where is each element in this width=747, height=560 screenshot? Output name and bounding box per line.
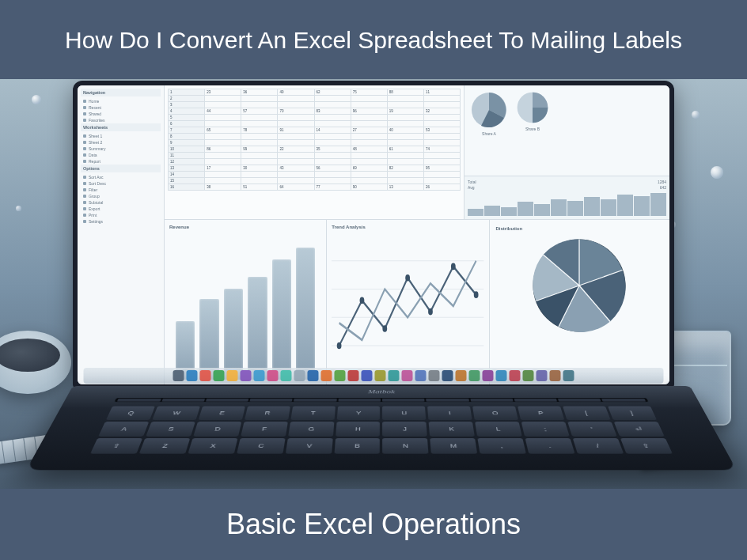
cell[interactable]: 44 — [205, 108, 241, 115]
cell[interactable]: 19 — [387, 108, 423, 115]
cell[interactable] — [423, 172, 460, 178]
cell[interactable]: 17 — [205, 165, 241, 172]
cell[interactable] — [387, 121, 423, 127]
dock-app-icon[interactable] — [214, 370, 225, 381]
cell[interactable] — [314, 140, 351, 146]
dock-app-icon[interactable] — [496, 370, 507, 381]
cell[interactable] — [387, 178, 423, 184]
cell[interactable]: 49 — [278, 89, 314, 96]
cell[interactable]: 77 — [314, 184, 351, 191]
cell[interactable] — [278, 172, 314, 178]
cell[interactable]: 3 — [169, 102, 205, 108]
cell[interactable]: 7 — [169, 127, 205, 134]
cell[interactable] — [241, 96, 278, 102]
dock-app-icon[interactable] — [200, 370, 211, 381]
cell[interactable] — [241, 102, 278, 108]
cell[interactable]: 62 — [314, 89, 351, 96]
cell[interactable]: 10 — [169, 146, 205, 153]
cell[interactable]: 6 — [169, 121, 205, 127]
cell[interactable] — [205, 96, 241, 102]
cell[interactable]: 57 — [241, 108, 278, 115]
cell[interactable] — [241, 159, 278, 165]
cell[interactable]: 51 — [241, 184, 278, 191]
cell[interactable] — [241, 140, 278, 146]
cell[interactable] — [278, 134, 314, 140]
dock-app-icon[interactable] — [389, 370, 400, 381]
cell[interactable] — [314, 96, 351, 102]
cell[interactable] — [423, 115, 460, 121]
cell[interactable] — [314, 134, 351, 140]
cell[interactable]: 75 — [351, 89, 387, 96]
cell[interactable] — [241, 134, 278, 140]
cell[interactable]: 69 — [351, 165, 387, 172]
cell[interactable] — [387, 159, 423, 165]
cell[interactable]: 9 — [169, 140, 205, 146]
cell[interactable]: 5 — [169, 115, 205, 121]
dock-app-icon[interactable] — [550, 370, 561, 381]
cell[interactable]: 83 — [314, 108, 351, 115]
sidebar-item[interactable]: Recent — [81, 104, 161, 111]
cell[interactable]: 11 — [169, 153, 205, 159]
cell[interactable]: 90 — [351, 184, 387, 191]
cell[interactable]: 8 — [169, 134, 205, 140]
cell[interactable] — [278, 159, 314, 165]
cell[interactable]: 11 — [423, 89, 460, 96]
cell[interactable]: 53 — [423, 127, 460, 134]
dock-app-icon[interactable] — [510, 370, 521, 381]
dock-app-icon[interactable] — [469, 370, 480, 381]
sidebar-item[interactable]: Filter — [81, 187, 161, 193]
cell[interactable] — [314, 115, 351, 121]
cell[interactable]: 26 — [423, 184, 460, 191]
cell[interactable] — [423, 96, 460, 102]
dock-app-icon[interactable] — [375, 370, 386, 381]
cell[interactable] — [241, 121, 278, 127]
cell[interactable]: 82 — [387, 165, 423, 172]
dock-app-icon[interactable] — [227, 370, 238, 381]
cell[interactable] — [205, 140, 241, 146]
cell[interactable] — [387, 134, 423, 140]
cell[interactable] — [351, 153, 387, 159]
sidebar-item[interactable]: Print — [81, 212, 161, 218]
cell[interactable] — [278, 140, 314, 146]
dock-app-icon[interactable] — [173, 370, 184, 381]
cell[interactable] — [314, 159, 351, 165]
sidebar-item[interactable]: Sheet 1 — [81, 133, 161, 139]
cell[interactable]: 30 — [241, 165, 278, 172]
cell[interactable] — [351, 140, 387, 146]
dock-app-icon[interactable] — [254, 370, 265, 381]
cell[interactable] — [351, 96, 387, 102]
sidebar-item[interactable]: Data — [81, 152, 161, 158]
cell[interactable] — [314, 172, 351, 178]
cell[interactable]: 74 — [423, 146, 460, 153]
cell[interactable]: 4 — [169, 108, 205, 115]
cell[interactable]: 16 — [169, 184, 205, 191]
cell[interactable] — [387, 172, 423, 178]
dock-app-icon[interactable] — [241, 370, 252, 381]
cell[interactable]: 48 — [351, 146, 387, 153]
dock-app-icon[interactable] — [321, 370, 332, 381]
sidebar-item[interactable]: Export — [81, 206, 161, 212]
cell[interactable]: 13 — [169, 165, 205, 172]
cell[interactable] — [387, 115, 423, 121]
cell[interactable]: 99 — [241, 146, 278, 153]
dock-app-icon[interactable] — [456, 370, 467, 381]
cell[interactable] — [387, 140, 423, 146]
dock-app-icon[interactable] — [294, 370, 305, 381]
cell[interactable]: 56 — [314, 165, 351, 172]
cell[interactable] — [241, 153, 278, 159]
dock-app-icon[interactable] — [442, 370, 453, 381]
dock-app-icon[interactable] — [281, 370, 292, 381]
sidebar-item[interactable]: Sheet 2 — [81, 139, 161, 146]
cell[interactable]: 15 — [169, 178, 205, 184]
cell[interactable] — [423, 121, 460, 127]
dock-app-icon[interactable] — [537, 370, 548, 381]
cell[interactable]: 32 — [423, 108, 460, 115]
cell[interactable]: 36 — [241, 89, 278, 96]
sidebar-item[interactable]: Settings — [81, 218, 161, 225]
dock-app-icon[interactable] — [348, 370, 359, 381]
cell[interactable] — [205, 178, 241, 184]
cell[interactable]: 2 — [169, 96, 205, 102]
cell[interactable]: 88 — [387, 89, 423, 96]
cell[interactable]: 1 — [169, 89, 205, 96]
cell[interactable]: 23 — [205, 89, 241, 96]
